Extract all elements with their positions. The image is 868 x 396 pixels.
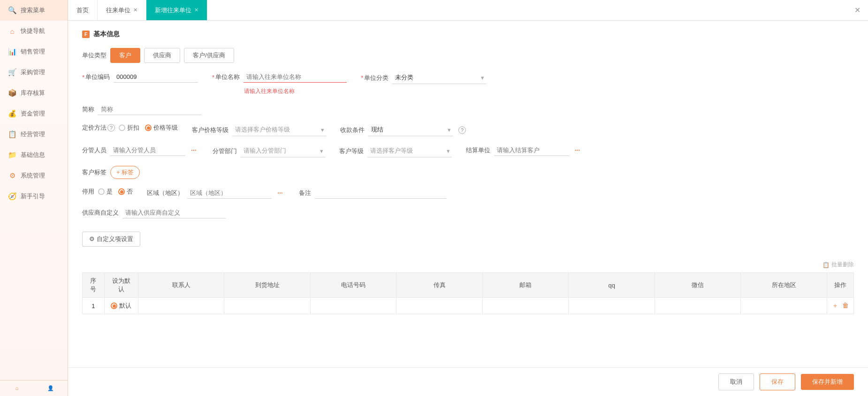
sidebar-item-operation[interactable]: 📋 经营管理 [0, 124, 68, 145]
cell-contact[interactable] [138, 298, 224, 314]
settlement-unit-input[interactable] [494, 145, 569, 156]
row-add-btn[interactable]: ＋ [832, 302, 838, 310]
remark-input[interactable] [315, 187, 446, 199]
unit-type-field: 单位类型 客户 供应商 客户/供应商 [82, 48, 234, 63]
tab-bar-close-btn[interactable]: ✕ [847, 6, 868, 15]
unit-code-input[interactable] [114, 71, 198, 83]
main-area: 首页 往来单位 ✕ 新增往来单位 ✕ ✕ F 基本信息 单位类型 客户 供应商 [68, 0, 868, 396]
cell-email[interactable] [482, 298, 569, 314]
unit-btn-supplier[interactable]: 供应商 [144, 48, 180, 63]
manager-input[interactable] [110, 145, 185, 156]
sidebar-item-purchase[interactable]: 🛒 采购管理 [0, 62, 68, 83]
department-select[interactable]: 请输入分管部门 ▾ [241, 145, 325, 157]
table-header-row: 序号 设为默认 联系人 到货地址 电话号码 传真 邮箱 qq 微信 所在地区 操… [83, 273, 854, 298]
sidebar-bottom-home[interactable]: ⌂ [0, 380, 34, 396]
radio-no[interactable]: 否 [118, 187, 133, 196]
region-input[interactable] [187, 187, 272, 199]
department-label: 分管部门 [213, 147, 237, 155]
unit-category-label: * 单位分类 [361, 74, 388, 82]
pricing-method-field: 定价方法 ? 折扣 价格等级 [82, 124, 178, 132]
department-value: 请输入分管部门 [241, 145, 318, 157]
cell-address[interactable] [224, 298, 311, 314]
save-and-add-button[interactable]: 保存并新增 [801, 374, 854, 390]
cell-phone[interactable] [310, 298, 396, 314]
radio-price-level[interactable]: 价格等级 [145, 124, 178, 132]
cell-fax[interactable] [396, 298, 483, 314]
sidebar-item-search[interactable]: 🔍 搜索菜单 [0, 0, 68, 21]
disabled-radios: 是 否 [98, 187, 133, 196]
tab-partners-close[interactable]: ✕ [133, 7, 137, 13]
radio-discount-circle [119, 124, 125, 131]
cart-icon: 🛒 [8, 68, 17, 77]
user-bottom-icon: 👤 [47, 385, 54, 391]
unit-btn-both[interactable]: 客户/供应商 [184, 48, 234, 63]
payment-help-icon[interactable]: ? [458, 126, 466, 134]
disabled-label: 停用 [82, 187, 94, 196]
sidebar-item-guide[interactable]: 🧭 新手引导 [0, 186, 68, 207]
customer-level-select[interactable]: 请选择客户等级 ▾ [367, 145, 452, 157]
tab-partners[interactable]: 往来单位 ✕ [98, 0, 146, 20]
row-delete-btn[interactable]: 🗑 [842, 302, 849, 310]
settlement-more-btn[interactable]: ··· [573, 147, 582, 154]
batch-delete-btn[interactable]: 📋 批量删除 [822, 261, 854, 269]
sidebar-item-quicknav[interactable]: ⌂ 快捷导航 [0, 21, 68, 41]
supplier-custom-input[interactable] [122, 207, 226, 218]
customer-level-arrow[interactable]: ▾ [445, 148, 452, 155]
manager-more-btn[interactable]: ··· [189, 147, 198, 154]
custom-settings-button[interactable]: ⚙ 自定义项设置 [82, 232, 140, 247]
address-input[interactable] [229, 303, 305, 310]
radio-discount[interactable]: 折扣 [119, 124, 139, 132]
customer-price-level-select[interactable]: 请选择客户价格等级 ▾ [232, 124, 326, 136]
unit-code-field: * 单位编码 [82, 71, 198, 83]
fax-input[interactable] [401, 303, 478, 310]
tab-home[interactable]: 首页 [68, 0, 98, 20]
save-button[interactable]: 保存 [760, 373, 795, 390]
col-region: 所在地区 [741, 273, 827, 298]
tab-bar: 首页 往来单位 ✕ 新增往来单位 ✕ ✕ [68, 0, 868, 21]
col-contact: 联系人 [138, 273, 224, 298]
cancel-button[interactable]: 取消 [718, 373, 754, 390]
sidebar-item-sales[interactable]: 📊 销售管理 [0, 41, 68, 62]
sidebar-bottom-user[interactable]: 👤 [34, 380, 68, 396]
pricing-help-icon[interactable]: ? [107, 124, 115, 132]
sidebar-item-base[interactable]: 📁 基础信息 [0, 145, 68, 165]
qq-input[interactable] [573, 303, 650, 310]
unit-category-arrow[interactable]: ▾ [479, 74, 486, 81]
unit-btn-customer[interactable]: 客户 [110, 48, 140, 63]
code-name-category-row: * 单位编码 * 单位名称 请输入往来单位名称 * 单位分类 [82, 71, 854, 95]
box-icon: 📦 [8, 88, 17, 98]
tab-new-partner[interactable]: 新增往来单位 ✕ [146, 0, 207, 20]
radio-yes[interactable]: 是 [98, 187, 113, 196]
tab-new-partner-close[interactable]: ✕ [194, 7, 198, 13]
supplier-custom-field: 供应商自定义 [82, 207, 226, 218]
home-nav-icon: ⌂ [8, 26, 17, 36]
section-title-text: 基本信息 [93, 30, 120, 39]
unit-name-input[interactable] [244, 71, 347, 83]
cell-wechat[interactable] [655, 298, 741, 314]
add-tag-button[interactable]: + 标签 [110, 166, 140, 179]
phone-input[interactable] [315, 303, 392, 310]
short-name-input[interactable] [98, 104, 201, 115]
wechat-input[interactable] [660, 303, 736, 310]
footer: 取消 保存 保存并新增 [68, 367, 868, 396]
sidebar-item-inventory[interactable]: 📦 库存核算 [0, 83, 68, 103]
cell-region[interactable] [741, 298, 827, 314]
region-more-btn[interactable]: ··· [275, 189, 285, 197]
table-region-input[interactable] [746, 303, 822, 310]
row-default-radio[interactable]: 默认 [109, 302, 133, 310]
cell-qq[interactable] [569, 298, 655, 314]
sidebar-item-system[interactable]: ⚙ 系统管理 [0, 165, 68, 186]
contact-input[interactable] [143, 303, 220, 310]
sidebar-bottom: ⌂ 👤 [0, 380, 68, 396]
customer-level-label: 客户等级 [339, 147, 364, 155]
sidebar-item-finance[interactable]: 💰 资金管理 [0, 103, 68, 124]
region-label: 区域（地区） [147, 189, 183, 197]
customer-price-level-arrow[interactable]: ▾ [319, 126, 326, 133]
tag-row: 客户标签 + 标签 [82, 166, 854, 179]
payment-terms-select[interactable]: 现结 ▾ [368, 124, 453, 136]
unit-category-select[interactable]: 未分类 ▾ [392, 71, 486, 84]
customer-price-level-value: 请选择客户价格等级 [232, 124, 319, 136]
department-arrow[interactable]: ▾ [318, 148, 325, 155]
payment-terms-arrow[interactable]: ▾ [446, 126, 453, 133]
email-input[interactable] [487, 303, 564, 310]
